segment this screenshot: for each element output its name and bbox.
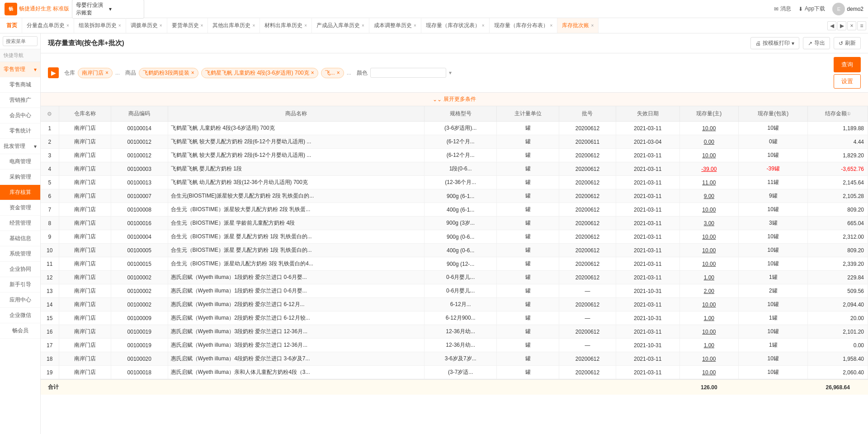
close-icon[interactable]: × — [160, 23, 162, 28]
row-stock-main[interactable]: -39.00 — [679, 162, 739, 176]
sidebar-item-retail-stats[interactable]: 零售统计 — [0, 123, 40, 139]
row-stock-main[interactable]: 10.00 — [679, 230, 739, 244]
row-stock-main[interactable]: 10.00 — [679, 149, 739, 162]
row-stock-main[interactable]: 3.00 — [679, 217, 739, 230]
tab-menu-btn[interactable]: ≡ — [857, 21, 866, 30]
product-filter-tag3[interactable]: 飞... × — [321, 68, 344, 78]
close-icon[interactable]: × — [482, 23, 485, 28]
row-expire: 2021-10-31 — [616, 311, 679, 325]
row-stock-main[interactable]: 1.00 — [679, 311, 739, 325]
tab-t7[interactable]: 产成品入库单历史 × — [312, 18, 369, 33]
user-area[interactable]: E demo2 — [832, 3, 863, 15]
tab-t3[interactable]: 调拨单历史 × — [126, 18, 167, 33]
tab-home[interactable]: 首页 — [2, 18, 22, 33]
row-stock-main[interactable]: 0.00 — [679, 135, 739, 149]
remove-product-tag3-icon[interactable]: × — [337, 70, 340, 76]
sidebar-item-member[interactable]: 会员中心 — [0, 108, 40, 123]
sidebar-item-wholesale[interactable]: 批发管理 ▾ — [0, 139, 40, 154]
row-expire: 2021-03-11 — [616, 176, 679, 189]
sidebar-item-business[interactable]: 经营管理 — [0, 216, 40, 231]
tab-t2[interactable]: 组装拆卸单历史 × — [74, 18, 126, 33]
tab-t6[interactable]: 材料出库单历史 × — [260, 18, 312, 33]
color-filter-input[interactable] — [370, 68, 446, 78]
row-unit: 罐 — [496, 366, 559, 380]
row-code: 00100016 — [111, 217, 168, 230]
close-icon[interactable]: × — [550, 23, 553, 28]
settings-btn[interactable]: 设置 — [834, 74, 861, 89]
close-icon[interactable]: × — [414, 23, 416, 28]
tab-prev-btn[interactable]: ◀ — [827, 21, 836, 30]
row-stock-pkg: 3罐 — [739, 217, 808, 230]
close-icon[interactable]: × — [201, 23, 203, 28]
close-icon[interactable]: × — [304, 23, 307, 28]
product-filter-tag1[interactable]: 飞鹤奶粉3段两提装 × — [139, 68, 198, 78]
color-dropdown-icon[interactable]: ▾ — [449, 70, 452, 76]
tab-close-all-btn[interactable]: × — [847, 21, 856, 30]
row-stock-main[interactable]: 10.00 — [679, 352, 739, 366]
more-filters-ellipsis[interactable]: ... — [115, 70, 120, 76]
close-icon[interactable]: × — [118, 23, 121, 28]
sidebar-item-retail-mgmt[interactable]: 零售管理 ▾ — [0, 62, 40, 77]
balance-info-icon[interactable]: ① — [847, 111, 851, 116]
remove-product-tag1-icon[interactable]: × — [191, 70, 194, 76]
export-btn[interactable]: ↗ 导出 — [803, 37, 830, 49]
product-more-ellipsis[interactable]: ... — [347, 70, 351, 76]
row-stock-main[interactable]: 10.00 — [679, 122, 739, 135]
close-icon[interactable]: × — [362, 23, 364, 28]
close-icon[interactable]: × — [591, 23, 594, 28]
app-download-btn[interactable]: ⬇ App下载 — [798, 5, 825, 13]
refresh-btn[interactable]: ↺ 刷新 — [834, 37, 861, 49]
sidebar-item-inventory[interactable]: 库存核算 — [0, 185, 40, 200]
row-stock-main[interactable]: 10.00 — [679, 257, 739, 271]
close-icon[interactable]: × — [252, 23, 255, 28]
row-stock-main[interactable]: 1.00 — [679, 339, 739, 352]
product-filter-tag2[interactable]: 飞鹤星飞帆 儿童奶粉 4段(3-6岁适用) 700克 × — [201, 68, 318, 78]
row-stock-main[interactable]: 10.00 — [679, 325, 739, 339]
sidebar-item-finance[interactable]: 资金管理 — [0, 200, 40, 216]
warehouse-filter-tag[interactable]: 南岸门店 × — [78, 68, 113, 78]
close-icon[interactable]: × — [66, 23, 69, 28]
sidebar-item-newbie[interactable]: 新手引导 — [0, 277, 40, 292]
sidebar-item-enterprise[interactable]: 企业协同 — [0, 262, 40, 277]
sidebar-item-enterprise-wechat[interactable]: 企业微信 — [0, 308, 40, 323]
sidebar-item-marketing[interactable]: 营销推广 — [0, 93, 40, 108]
expand-more-conditions-btn[interactable]: ⌄⌄ 展开更多条件 — [433, 95, 476, 103]
row-stock-main[interactable]: 10.00 — [679, 244, 739, 257]
row-stock-main[interactable]: 10.00 — [679, 203, 739, 217]
tab-t1[interactable]: 分量盘点单历史 × — [22, 18, 74, 33]
print-btn[interactable]: 🖨 按模板打印 ▾ — [750, 37, 799, 49]
row-stock-main[interactable]: 2.00 — [679, 284, 739, 298]
tab-t11[interactable]: 库存批次账 × — [557, 18, 599, 33]
messages-btn[interactable]: ✉ 消息 — [774, 5, 791, 13]
sidebar-item-system[interactable]: 系统管理 — [0, 246, 40, 262]
sidebar-item-purchase[interactable]: 采购管理 — [0, 170, 40, 185]
sidebar-item-ecommerce[interactable]: 电商管理 — [0, 154, 40, 170]
row-stock-main[interactable]: 9.00 — [679, 189, 739, 203]
row-stock-main[interactable]: 1.00 — [679, 271, 739, 284]
row-warehouse: 南岸门店 — [59, 311, 111, 325]
row-stock-main[interactable]: 11.00 — [679, 176, 739, 189]
settings-col-icon[interactable]: ⚙ — [47, 111, 52, 117]
tab-t9[interactable]: 现存量（库存状况表） × — [421, 18, 490, 33]
search-input[interactable] — [3, 36, 38, 46]
warehouse-selector[interactable]: 母婴行业演示账套 ▾ — [72, 0, 144, 19]
tab-next-btn[interactable]: ▶ — [837, 21, 846, 30]
filter-expand-btn[interactable]: ▶ — [48, 67, 59, 78]
tab-t5[interactable]: 其他出库单历史 × — [208, 18, 260, 33]
query-btn[interactable]: 查询 — [834, 57, 861, 72]
tab-t8[interactable]: 成本调整单历史 × — [369, 18, 421, 33]
row-code: 00100004 — [111, 230, 168, 244]
tab-t10[interactable]: 现存量（库存分布表） × — [490, 18, 558, 33]
row-stock-main[interactable]: 10.00 — [679, 366, 739, 380]
sidebar-item-app-center[interactable]: 应用中心 — [0, 292, 40, 308]
row-batch: 20200612 — [559, 366, 616, 380]
remove-warehouse-tag-icon[interactable]: × — [105, 70, 108, 76]
sidebar-item-retail-shop[interactable]: 零售商城 — [0, 77, 40, 93]
remove-product-tag2-icon[interactable]: × — [311, 70, 314, 76]
row-stock-main[interactable]: 10.00 — [679, 298, 739, 311]
row-spec: 400g (6-1... — [425, 203, 497, 217]
tab-t4[interactable]: 要货单历史 × — [167, 18, 208, 33]
row-spec: 6-12月... — [425, 298, 497, 311]
sidebar-item-basic-info[interactable]: 基础信息 — [0, 231, 40, 246]
sidebar-item-member-club[interactable]: 畅会员 — [0, 323, 40, 339]
